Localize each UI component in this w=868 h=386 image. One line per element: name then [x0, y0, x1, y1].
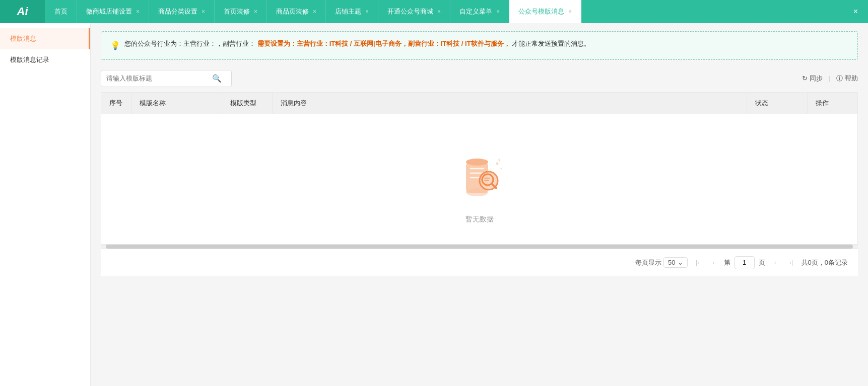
- close-tab-template-msg[interactable]: ×: [568, 8, 572, 15]
- top-nav: Ai 首页微商城店铺设置×商品分类设置×首页装修×商品页装修×店铺主题×开通公众…: [0, 0, 868, 23]
- sidebar-item-template-msg-record[interactable]: 模版消息记录: [0, 49, 90, 70]
- help-button[interactable]: ⓘ 帮助: [836, 74, 858, 83]
- sidebar: 模版消息模版消息记录: [0, 23, 91, 386]
- sync-icon: ↻: [802, 74, 808, 82]
- close-tab-open-mall[interactable]: ×: [437, 8, 441, 15]
- nav-tab-home-decoration[interactable]: 首页装修×: [215, 0, 267, 23]
- svg-point-12: [500, 168, 502, 170]
- content-area: 💡 您的公众号行业为：主营行业：，副营行业： 需要设置为：主营行业：IT科技 /…: [91, 23, 868, 386]
- toolbar: 🔍 ↻ 同步 | ⓘ 帮助: [101, 70, 858, 87]
- svg-point-11: [496, 162, 498, 165]
- page-next-button[interactable]: ›: [769, 257, 781, 269]
- nav-tab-open-mall[interactable]: 开通公众号商城×: [378, 0, 450, 23]
- search-icon[interactable]: 🔍: [212, 74, 222, 83]
- page-label-pre: 第: [724, 258, 730, 267]
- notice-text: 您的公众号行业为：主营行业：，副营行业： 需要设置为：主营行业：IT科技 / 互…: [124, 39, 590, 49]
- close-tab-product-decoration[interactable]: ×: [313, 8, 316, 15]
- per-page-dropdown[interactable]: 50 ⌄: [663, 257, 687, 268]
- page-number-input[interactable]: [735, 256, 755, 269]
- sidebar-item-template-msg[interactable]: 模版消息: [0, 28, 90, 49]
- scroll-thumb[interactable]: [106, 245, 853, 249]
- nav-tab-category-settings[interactable]: 商品分类设置×: [149, 0, 215, 23]
- close-tab-category-settings[interactable]: ×: [202, 8, 205, 15]
- close-tab-store-settings[interactable]: ×: [136, 8, 140, 15]
- col-header-type: 模版类型: [222, 92, 273, 114]
- col-header-status: 状态: [747, 92, 808, 114]
- notice-highlight: 需要设置为：主营行业：IT科技 / 互联网|电子商务，副营行业：IT科技 / I…: [257, 40, 510, 47]
- pagination-bar: 每页显示 50 ⌄ |‹ ‹ 第 页 › ›| 共0页，0条记录: [101, 249, 858, 276]
- page-prev-button[interactable]: ‹: [708, 257, 720, 269]
- notice-icon: 💡: [110, 39, 120, 52]
- nav-tab-custom-menu[interactable]: 自定义菜单×: [450, 0, 509, 23]
- data-table: 序号模版名称模版类型消息内容状态操作: [101, 92, 858, 245]
- search-input[interactable]: [106, 74, 212, 82]
- help-icon: ⓘ: [836, 74, 843, 83]
- global-close-button[interactable]: ×: [843, 0, 868, 23]
- per-page-label: 每页显示: [635, 258, 661, 267]
- empty-illustration: [449, 144, 510, 205]
- scroll-bar[interactable]: [101, 245, 858, 249]
- table-header: 序号模版名称模版类型消息内容状态操作: [101, 92, 858, 114]
- notice-box: 💡 您的公众号行业为：主营行业：，副营行业： 需要设置为：主营行业：IT科技 /…: [101, 31, 858, 60]
- nav-tabs: 首页微商城店铺设置×商品分类设置×首页装修×商品页装修×店铺主题×开通公众号商城…: [45, 0, 581, 23]
- toolbar-divider: |: [829, 74, 830, 82]
- close-tab-custom-menu[interactable]: ×: [496, 8, 500, 15]
- per-page-value: 50: [668, 259, 675, 266]
- page-last-button[interactable]: ›|: [785, 257, 797, 269]
- page-label-suf: 页: [759, 258, 765, 267]
- main-layout: 模版消息模版消息记录 💡 您的公众号行业为：主营行业：，副营行业： 需要设置为：…: [0, 23, 868, 386]
- col-header-content: 消息内容: [273, 92, 747, 114]
- sidebar-items: 模版消息模版消息记录: [0, 28, 90, 70]
- close-tab-home-decoration[interactable]: ×: [254, 8, 257, 15]
- col-header-name: 模版名称: [131, 92, 222, 114]
- svg-point-2: [466, 159, 488, 166]
- logo: Ai: [0, 0, 45, 23]
- page-first-button[interactable]: |‹: [692, 257, 704, 269]
- close-tab-store-theme[interactable]: ×: [365, 8, 369, 15]
- empty-state: 暂无数据: [101, 114, 857, 244]
- nav-tab-store-theme[interactable]: 店铺主题×: [326, 0, 378, 23]
- table-empty-row: 暂无数据: [101, 114, 858, 244]
- nav-tab-store-settings[interactable]: 微商城店铺设置×: [77, 0, 149, 23]
- empty-text: 暂无数据: [101, 215, 857, 224]
- total-text: 共0页，0条记录: [802, 258, 848, 267]
- per-page-select: 每页显示 50 ⌄: [635, 257, 687, 268]
- nav-tab-template-msg[interactable]: 公众号模版消息×: [509, 0, 581, 23]
- toolbar-right: ↻ 同步 | ⓘ 帮助: [802, 74, 858, 83]
- nav-tab-home[interactable]: 首页: [45, 0, 77, 23]
- col-header-action: 操作: [808, 92, 858, 114]
- chevron-down-icon: ⌄: [678, 259, 683, 266]
- search-area: 🔍: [101, 70, 232, 87]
- col-header-index: 序号: [101, 92, 131, 114]
- nav-tab-product-decoration[interactable]: 商品页装修×: [267, 0, 326, 23]
- sync-button[interactable]: ↻ 同步: [802, 74, 823, 83]
